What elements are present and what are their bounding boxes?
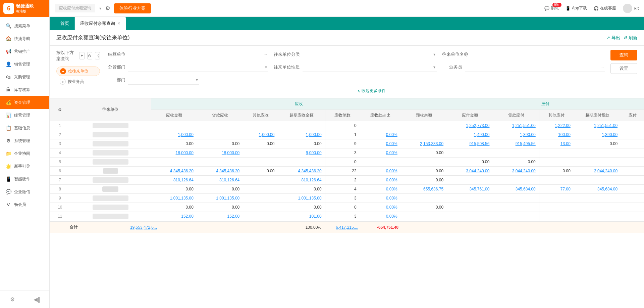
cell-7[interactable]: 345,761.00 xyxy=(447,185,493,194)
filter-by-unit-option[interactable]: ● 按往来单位 xyxy=(56,67,100,76)
filter-expand-button[interactable]: ∧ 收起更多条件 xyxy=(105,88,637,94)
sidebar-item-marketing[interactable]: 📢 营销推广 xyxy=(0,45,49,58)
tab-home[interactable]: 首页 xyxy=(55,17,75,30)
footer-prepay[interactable]: 6,417,215.... xyxy=(325,225,362,230)
cell-0[interactable]: 1,000.00 xyxy=(151,130,197,139)
cell-0[interactable]: 810,126.64 xyxy=(151,176,197,185)
cell-10[interactable]: 3,044,240.00 xyxy=(574,167,621,176)
sidebar-item-wechat[interactable]: 💬 企业微信 xyxy=(0,185,49,198)
sidebar-item-basic-info[interactable]: 📋 基础信息 xyxy=(0,122,49,134)
cell-8[interactable]: 345,684.00 xyxy=(493,185,539,194)
cell-3[interactable]: 1,001,135.00 xyxy=(278,194,325,203)
cell-5[interactable]: 0.00% xyxy=(360,194,401,203)
cell-8[interactable]: 1,390.00 xyxy=(493,130,539,139)
cell-3[interactable]: 9,000.00 xyxy=(278,148,325,158)
cell-7[interactable]: 915,508.56 xyxy=(447,139,493,148)
filter-settings-button[interactable]: 设置 xyxy=(610,63,637,74)
sidebar-collapse-btn[interactable]: ◀‖ xyxy=(32,294,42,305)
sidebar-item-finance[interactable]: 💰 资金管理 xyxy=(0,96,49,109)
table-row: 4 18,000.0018,000.009,000.0030.00%0.00 xyxy=(50,148,644,158)
sidebar-item-guide[interactable]: 🌟 新手引导 xyxy=(0,160,49,173)
cell-9[interactable]: 1,222.00 xyxy=(539,121,574,130)
cell-6[interactable]: 655,636.75 xyxy=(401,185,447,194)
cell-1[interactable]: 4,345,436.20 xyxy=(197,167,243,176)
cell-5[interactable]: 0.00% xyxy=(360,185,401,194)
cell-1[interactable]: 152.00 xyxy=(197,212,243,221)
cell-6[interactable]: 2,153,333.00 xyxy=(401,139,447,148)
collapse-scheme-button[interactable]: 《 xyxy=(95,52,100,59)
sidebar-settings-btn[interactable]: ⚙ xyxy=(7,294,18,305)
row-number: 9 xyxy=(50,194,70,203)
cell-3[interactable]: 4,345,436.20 xyxy=(278,167,325,176)
cell-10[interactable]: 1,251,551.00 xyxy=(574,121,621,130)
sidebar-item-purchase[interactable]: 🛍 采购管理 xyxy=(0,71,49,83)
query-button[interactable]: 查询 xyxy=(610,50,637,60)
cell-3[interactable]: 810,126.64 xyxy=(278,176,325,185)
cell-9[interactable]: 13.00 xyxy=(539,139,574,148)
cell-8 xyxy=(493,176,539,185)
user-menu[interactable]: Rit xyxy=(623,4,639,13)
cell-8[interactable]: 3,044,240.00 xyxy=(493,167,539,176)
footer-ar-total[interactable]: 19,553,472,6... xyxy=(120,225,160,230)
unit-nature-select[interactable]: ▾ xyxy=(303,62,437,72)
cell-8[interactable]: 1,251,551.00 xyxy=(493,121,539,130)
unit-name-input[interactable] xyxy=(471,50,605,59)
th-ap-amount: 应付金额 xyxy=(447,110,493,121)
cell-7[interactable]: 1,252,773.00 xyxy=(447,121,493,130)
cell-1[interactable]: 1,001,135.00 xyxy=(197,194,243,203)
sidebar-item-search-menu[interactable]: 🔍 搜索菜单 xyxy=(0,19,49,32)
scheme-settings-button[interactable]: ⊙ xyxy=(87,52,92,59)
cell-0[interactable]: 152.00 xyxy=(151,212,197,221)
sidebar-item-system[interactable]: ⚙ 系统管理 xyxy=(0,134,49,147)
cell-0[interactable]: 18,000.00 xyxy=(151,148,197,158)
th-partner: 往来单位 xyxy=(70,98,151,121)
add-scheme-button[interactable]: + xyxy=(79,52,84,59)
cell-7[interactable]: 3,044,240.00 xyxy=(447,167,493,176)
sidebar-item-sales[interactable]: 👤 销售管理 xyxy=(0,58,49,71)
cell-1[interactable]: 810,126.64 xyxy=(197,176,243,185)
sidebar-item-operation[interactable]: 📊 经营管理 xyxy=(0,109,49,122)
cell-9[interactable]: 77.00 xyxy=(539,185,574,194)
unit-category-select[interactable]: ▾ xyxy=(303,50,437,59)
sidebar-item-inventory[interactable]: 🏛 库存核算 xyxy=(0,83,49,96)
sidebar-item-quick-nav[interactable]: 🏠 快捷导航 xyxy=(0,32,49,45)
cell-5[interactable]: 0.00% xyxy=(360,176,401,185)
department-select[interactable]: ▾ xyxy=(128,75,199,85)
cell-9[interactable]: 100.00 xyxy=(539,130,574,139)
salesperson-select[interactable]: ··· xyxy=(465,62,605,72)
tab-close-icon[interactable]: × xyxy=(118,21,120,26)
cell-0[interactable]: 1,001,135.00 xyxy=(151,194,197,203)
breadcrumb-chevron-icon[interactable]: ▾ xyxy=(99,6,101,11)
cell-10[interactable]: 345,684.00 xyxy=(574,185,621,194)
cell-3[interactable]: 101.00 xyxy=(278,212,325,221)
basic-info-icon: 📋 xyxy=(5,125,11,131)
settlement-unit-select[interactable]: ··· xyxy=(128,50,268,59)
cell-5[interactable]: 0.00% xyxy=(360,167,401,176)
sidebar-item-cooperation[interactable]: 📁 企业协同 xyxy=(0,147,49,160)
online-service-button[interactable]: 🎧 在线客服 xyxy=(594,5,616,11)
cell-7[interactable]: 1,490.00 xyxy=(447,130,493,139)
cell-3[interactable]: 1,000.00 xyxy=(278,130,325,139)
th-settings[interactable]: ⚙ xyxy=(50,98,70,121)
cell-0[interactable]: 4,345,436.20 xyxy=(151,167,197,176)
message-button[interactable]: 💬 消息 99+ xyxy=(544,5,559,11)
sidebar-item-member[interactable]: Ⅴ 畅会员 xyxy=(0,198,49,211)
cell-5[interactable]: 0.00% xyxy=(360,203,401,212)
cell-10[interactable]: 1,390.00 xyxy=(574,130,621,139)
cell-5[interactable]: 0.00% xyxy=(360,139,401,148)
sidebar-item-smart-hw[interactable]: 📱 智能硬件 xyxy=(0,173,49,185)
app-download-button[interactable]: 📱 App下载 xyxy=(566,5,587,11)
cell-5[interactable]: 0.00% xyxy=(360,148,401,158)
filter-by-staff-option[interactable]: ○ 按业务员 xyxy=(56,77,100,86)
cell-2[interactable]: 1,000.00 xyxy=(243,130,278,139)
topbar-settings-icon[interactable]: ⚙ xyxy=(105,5,110,11)
cell-8[interactable]: 915,495.56 xyxy=(493,139,539,148)
tab-ar-ap[interactable]: 应收应付余额查询 × xyxy=(75,17,126,30)
export-button[interactable]: ↗ 导出 xyxy=(606,35,620,41)
dept-select[interactable]: ▾ xyxy=(128,62,268,72)
cell-1[interactable]: 18,000.00 xyxy=(197,148,243,158)
cell-5[interactable]: 0.00% xyxy=(360,130,401,139)
refresh-button[interactable]: ↺ 刷新 xyxy=(624,35,637,41)
industry-solution-button[interactable]: 体验行业方案 xyxy=(114,3,151,13)
cell-5[interactable]: 0.00% xyxy=(360,212,401,221)
